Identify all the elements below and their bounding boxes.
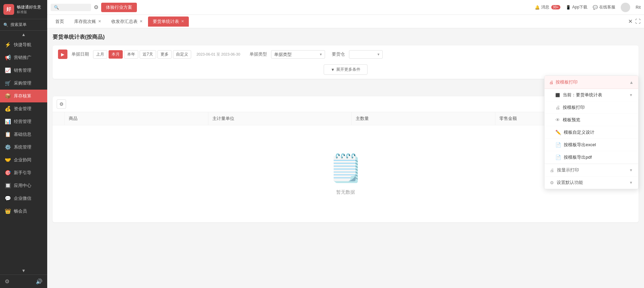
date-btn-7days[interactable]: 近7天 [140,50,156,59]
content-area: 要货单统计表(按商品) ▶ 单据日期 上月本月本年近7天更多自定义 2023-0… [47,28,644,288]
sidebar-item-enterprise[interactable]: 🤝企业协同 [0,154,47,166]
dropdown-item-template-print[interactable]: 🖨按模板打印 [545,101,638,114]
template-preview-label: 模板预览 [563,117,580,123]
dropdown-item-template-pdf[interactable]: 📄按模板导出pdf [545,151,638,164]
sidebar-footer: ⚙ 🔊 [0,275,47,288]
finance-icon: 💰 [5,106,11,112]
tab-close-icon[interactable]: ✕ [181,19,184,24]
search-menu-label: 搜索菜单 [10,22,27,28]
table-col-3: 主数量 [352,112,495,125]
dropdown-print-icon: 🖨 [549,80,554,85]
display-print-item[interactable]: 🖨 按显示打印 ▼ [545,164,638,177]
dropdown-current[interactable]: ⬛ 当前：要货单统计表 ▼ [545,89,638,101]
sidebar-item-label: 经营管理 [14,119,31,125]
dropdown-items: 🖨按模板打印👁模板预览✏️模板自定义设计📄按模板导出excel📄按模板导出pdf [545,101,638,164]
online-service-label: 在线客服 [599,4,615,10]
template-excel-icon: 📄 [555,142,561,148]
tab-home[interactable]: 首页 [51,17,69,27]
template-design-icon: ✏️ [555,130,561,135]
sidebar-item-label: 应用中心 [14,183,31,189]
close-tab-btn[interactable]: ✕ [628,18,633,25]
app-name: 畅捷通好生意 [17,4,41,10]
table-col-1: 商品 [65,112,208,125]
filter-expand-toggle[interactable]: ▶ [58,50,67,59]
settings-toolbar-btn[interactable]: ⚙ [57,99,66,109]
notification-icon: 🔔 [535,5,540,10]
user-avatar[interactable] [621,3,630,12]
sound-icon[interactable]: 🔊 [36,278,42,285]
sidebar-item-label: 畅会员 [14,208,27,214]
goods-select-wrapper [349,50,383,59]
expand-more-btn[interactable]: ▼ 展开更多条件 [324,64,368,75]
enterprise-icon: 🤝 [5,157,11,163]
date-btn-prev[interactable]: 上月 [93,50,107,59]
sidebar-item-guide[interactable]: 🎯新手引导 [0,166,47,179]
main-area: 🔍 ⚙ 体验行业方案 🔔 消息 99+ 📱 App下载 💬 在线客服 Rit [47,0,644,288]
member-icon: 👑 [5,208,11,214]
tab-label: 收发存汇总表 [111,19,138,25]
tab-label: 库存批次账 [74,19,96,25]
scroll-down-btn[interactable]: ▼ [0,267,47,275]
guide-icon: 🎯 [5,170,11,176]
display-print-expand: ▼ [629,168,633,172]
sidebar-item-basic[interactable]: 📋基础信息 [0,128,47,141]
settings-icon[interactable]: ⚙ [5,278,9,285]
app-download-btn[interactable]: 📱 App下载 [566,4,587,10]
tab-close-icon[interactable]: ✕ [98,19,101,24]
notification-btn[interactable]: 🔔 消息 99+ [535,4,560,10]
sidebar-item-marketing[interactable]: 📢营销推广 [0,51,47,64]
sidebar-item-sales[interactable]: 📈销售管理 [0,64,47,77]
topbar-search[interactable]: 🔍 [51,4,91,11]
tab-label: 首页 [55,19,64,25]
tab-close-icon[interactable]: ✕ [140,19,143,24]
sidebar-item-label: 基础信息 [14,131,31,137]
sidebar-item-operation[interactable]: 📊经营管理 [0,115,47,128]
display-print-icon: 🖨 [550,168,554,173]
dropdown-collapse-icon[interactable]: ▲ [629,80,634,85]
sales-icon: 📈 [5,67,11,73]
tab-batch-account[interactable]: 库存批次账✕ [69,17,106,27]
expand-label: 展开更多条件 [336,67,360,72]
tab-receipt-summary[interactable]: 收发存汇总表✕ [107,17,147,27]
sidebar-item-label: 销售管理 [14,67,31,73]
table-col-2: 主计量单位 [208,112,352,125]
template-print-icon: 🖨 [555,105,560,110]
maximize-btn[interactable]: ⛶ [635,19,641,25]
order-type-select[interactable]: 单据类型 [271,50,325,59]
template-preview-icon: 👁 [555,117,560,123]
sidebar-item-wechat[interactable]: 💬企业微信 [0,192,47,205]
print-dropdown: 🖨 按模板打印 ▲ ⬛ 当前：要货单统计表 ▼ 🖨按模板打印👁模板预览✏️模板自… [544,75,639,189]
notification-badge: 99+ [551,5,560,9]
trial-button[interactable]: 体验行业方案 [101,3,137,12]
sidebar-item-apps[interactable]: 🔲应用中心 [0,179,47,192]
basic-icon: 📋 [5,131,11,137]
date-btn-current[interactable]: 本月 [109,50,123,59]
template-print-label: 按模板打印 [563,104,585,110]
topbar-gear-icon[interactable]: ⚙ [94,4,98,10]
dropdown-item-template-design[interactable]: ✏️模板自定义设计 [545,126,638,139]
sidebar-search[interactable]: 🔍 搜索菜单 [0,19,47,31]
date-buttons: 上月本月本年近7天更多自定义 [93,50,191,59]
dropdown-item-template-excel[interactable]: 📄按模板导出excel [545,139,638,151]
goods-select[interactable] [349,50,383,59]
tabs-bar: 首页库存批次账✕收发存汇总表✕要货单统计表✕ ✕ ⛶ [47,15,644,28]
sidebar-item-quick-nav[interactable]: ⚡快捷导航 [0,38,47,51]
download-icon: 📱 [566,5,571,10]
sidebar-item-system[interactable]: ⚙️系统管理 [0,141,47,154]
sidebar-item-inventory[interactable]: 📦库存核算 [0,90,47,102]
default-func-item[interactable]: ⚙ 设置默认功能 ▼ [545,177,638,189]
sidebar-nav: ⚡快捷导航📢营销推广📈销售管理🛒采购管理📦库存核算💰资金管理📊经营管理📋基础信息… [0,38,47,267]
sidebar-item-purchase[interactable]: 🛒采购管理 [0,77,47,90]
template-pdf-label: 按模板导出pdf [564,154,592,160]
tab-order-stats[interactable]: 要货单统计表✕ [148,17,189,27]
goods-label: 要货仓 [332,51,345,57]
sidebar-item-member[interactable]: 👑畅会员 [0,205,47,218]
date-btn-year[interactable]: 本年 [124,50,138,59]
sidebar-item-finance[interactable]: 💰资金管理 [0,102,47,115]
date-btn-more[interactable]: 更多 [157,50,172,59]
scroll-up-btn[interactable]: ▲ [0,31,47,38]
date-btn-custom[interactable]: 自定义 [173,50,191,59]
dropdown-item-template-preview[interactable]: 👁模板预览 [545,114,638,126]
online-service-btn[interactable]: 💬 在线客服 [593,4,615,10]
app-download-label: App下载 [572,4,587,10]
